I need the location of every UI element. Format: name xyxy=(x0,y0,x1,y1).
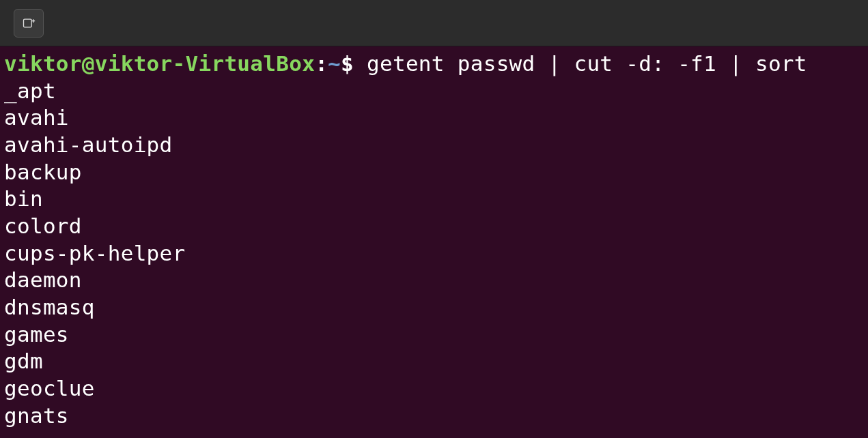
output-line: backup xyxy=(4,159,864,186)
output-line: gdm xyxy=(4,348,864,375)
titlebar xyxy=(0,0,868,46)
output-line: avahi xyxy=(4,104,864,132)
output-container: _aptavahiavahi-autoipdbackupbincolordcup… xyxy=(4,78,864,430)
prompt-user-host: viktor@viktor-VirtualBox xyxy=(4,51,315,76)
output-line: daemon xyxy=(4,267,864,294)
output-line: bin xyxy=(4,186,864,213)
output-line: geoclue xyxy=(4,375,864,403)
prompt-colon: : xyxy=(315,51,328,76)
command-text: getent passwd | cut -d: -f1 | sort xyxy=(367,51,807,76)
output-line: games xyxy=(4,321,864,349)
output-line: dnsmasq xyxy=(4,294,864,321)
svg-rect-0 xyxy=(24,19,32,27)
output-line: colord xyxy=(4,213,864,240)
output-line: gnats xyxy=(4,403,864,430)
output-line: avahi-autoipd xyxy=(4,132,864,159)
new-tab-button[interactable] xyxy=(14,9,44,38)
command-text xyxy=(354,51,367,76)
prompt-symbol: $ xyxy=(341,51,354,76)
prompt-path: ~ xyxy=(328,51,341,76)
new-tab-icon xyxy=(22,16,36,30)
output-line: _apt xyxy=(4,78,864,105)
output-line: cups-pk-helper xyxy=(4,240,864,267)
terminal-area[interactable]: viktor@viktor-VirtualBox:~$ getent passw… xyxy=(0,46,868,429)
